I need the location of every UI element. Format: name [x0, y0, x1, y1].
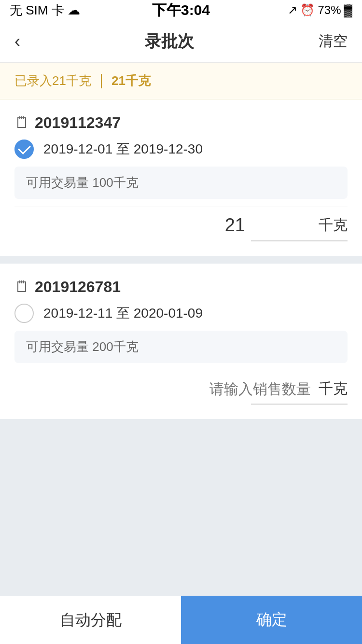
- auto-distribute-button[interactable]: 自动分配: [0, 596, 181, 644]
- quantity-input-row-2[interactable]: 千克: [14, 371, 348, 404]
- radio-unchecked-2[interactable]: [14, 304, 34, 323]
- location-icon: ↗: [288, 3, 297, 17]
- clear-button[interactable]: 清空: [319, 31, 348, 51]
- summary-divider: [101, 74, 102, 88]
- batch-id-row-2: 🗒 2019126781: [14, 278, 348, 296]
- quantity-value-1: 21: [225, 215, 245, 236]
- battery-icon: ▓: [344, 3, 353, 17]
- summary-banner: 已录入21千克 21千克: [0, 63, 362, 99]
- batch-id-1: 2019112347: [35, 114, 121, 132]
- batch-card-2: 🗒 2019126781 2019-12-11 至 2020-01-09 可用交…: [0, 264, 362, 419]
- batch-id-row-1: 🗒 2019112347: [14, 114, 348, 132]
- batch-date-row-1[interactable]: 2019-12-01 至 2019-12-30: [14, 140, 348, 159]
- alarm-icon: ⏰: [300, 3, 315, 17]
- confirm-button[interactable]: 确定: [181, 596, 362, 644]
- available-qty-2: 可用交易量 200千克: [14, 331, 348, 363]
- status-time: 下午3:04: [152, 0, 210, 20]
- batch-date-2: 2019-12-11 至 2020-01-09: [43, 304, 203, 322]
- summary-value: 21千克: [111, 72, 151, 89]
- available-qty-1: 可用交易量 100千克: [14, 167, 348, 199]
- nav-bar: ‹ 录批次 清空: [0, 20, 362, 63]
- summary-label: 已录入21千克: [14, 72, 91, 89]
- quantity-unit-1: 千克: [319, 215, 348, 235]
- quantity-unit-2: 千克: [319, 379, 348, 399]
- quantity-input-2[interactable]: [166, 381, 311, 397]
- no-sim-text: 无 SIM 卡 ☁: [10, 2, 80, 19]
- quantity-row-1: 21 千克: [14, 207, 348, 240]
- bottom-bar: 自动分配 确定: [0, 596, 362, 644]
- status-bar: 无 SIM 卡 ☁ 下午3:04 ↗ ⏰ 73% ▓: [0, 0, 362, 20]
- batch-id-2: 2019126781: [35, 278, 121, 296]
- page-title: 录批次: [145, 30, 194, 53]
- status-right: ↗ ⏰ 73% ▓: [288, 3, 352, 17]
- batch-doc-icon-1: 🗒: [14, 114, 30, 132]
- content-area: [0, 419, 362, 622]
- battery-text: 73%: [318, 3, 341, 17]
- radio-checked-1[interactable]: [14, 140, 34, 159]
- batch-doc-icon-2: 🗒: [14, 278, 30, 296]
- status-left: 无 SIM 卡 ☁: [10, 2, 80, 19]
- batch-date-1: 2019-12-01 至 2019-12-30: [43, 140, 203, 158]
- back-button[interactable]: ‹: [14, 31, 20, 52]
- batch-date-row-2[interactable]: 2019-12-11 至 2020-01-09: [14, 304, 348, 323]
- card-separator: [0, 256, 362, 264]
- batch-card-1: 🗒 2019112347 2019-12-01 至 2019-12-30 可用交…: [0, 99, 362, 256]
